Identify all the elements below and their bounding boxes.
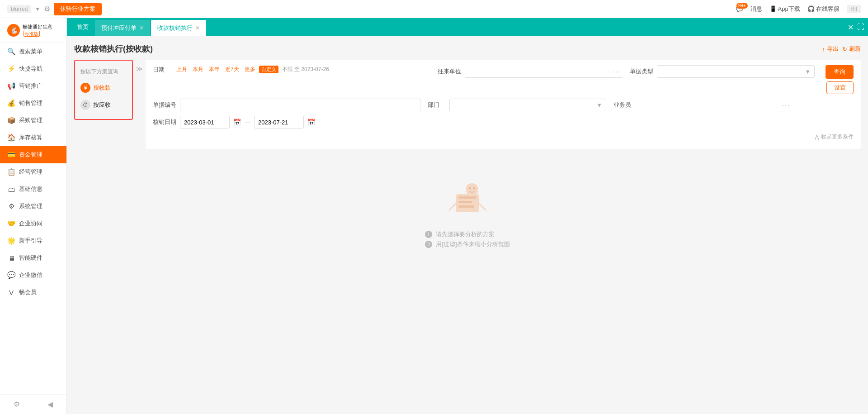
user-avatar[interactable]: Rit [847, 5, 861, 13]
counterparty-input[interactable]: ··· [465, 65, 623, 78]
tab-home[interactable]: 首页 [71, 18, 95, 36]
header-logo-text: blurred [7, 5, 31, 13]
sidebar-item-guide[interactable]: 🌟 新手引导 [0, 232, 66, 249]
tip-num-2: 2 [425, 241, 432, 248]
bill-type-chevron: ▼ [805, 68, 811, 75]
filter-item-by-receivable[interactable]: ⏱ 按应收 [75, 96, 132, 114]
salesperson-input[interactable]: ··· [635, 99, 792, 111]
sidebar-item-wechat[interactable]: 💬 企业微信 [0, 266, 66, 284]
verify-date-field: 核销日期 2023-03-01 📅 — 2023-07-21 📅 [153, 116, 315, 128]
sidebar-item-enterprise[interactable]: 🤝 企业协同 [0, 215, 66, 232]
wechat-icon: 💬 [7, 271, 15, 279]
messages-badge: 99+ [736, 3, 748, 9]
shortcut-more[interactable]: 更多 [243, 65, 257, 74]
guide-icon: 🌟 [7, 237, 15, 245]
filter-row-3: 核销日期 2023-03-01 📅 — 2023-07-21 📅 [153, 116, 854, 128]
collapse-sidebar-icon[interactable]: ◀ [44, 398, 57, 410]
date-separator: — [245, 119, 250, 126]
tab-close-payment[interactable]: ✕ [195, 25, 200, 31]
bill-no-field: 单据编号 [153, 99, 420, 111]
tab-payment-verify[interactable]: 收款核销执行 ✕ [151, 20, 206, 36]
header-gear-icon[interactable]: ⚙ [44, 5, 50, 13]
finance-icon: 💳 [7, 151, 15, 159]
empty-state: 1 请先选择要分析的方案 2 用[过滤]条件来缩小分析范围 [74, 149, 861, 277]
sidebar-item-quick-nav[interactable]: ⚡ 快捷导航 [0, 60, 66, 77]
shortcut-this-year[interactable]: 本年 [207, 65, 222, 74]
dept-field: 部门 ▼ [428, 99, 606, 111]
tab-prepay[interactable]: 预付冲应付单 ✕ [95, 20, 150, 36]
refresh-button[interactable]: ↻ 刷新 [842, 45, 861, 53]
tab-bar: 首页 预付冲应付单 ✕ 收款核销执行 ✕ ✕ ⛶ [67, 18, 868, 36]
date-range-text: 不限 至 2023-07-26 [282, 66, 329, 73]
date-field: 日期 上月 本月 本年 近7天 更多 自定义 不限 至 2023-07-26 [153, 65, 430, 74]
enterprise-icon: 🤝 [7, 219, 15, 228]
sidebar-item-inventory[interactable]: 🏠 库存核算 [0, 129, 66, 146]
filter-sidebar-title: 按以下方案查询 [75, 66, 132, 79]
sidebar-item-operations[interactable]: 📋 经营管理 [0, 163, 66, 181]
verify-date-end[interactable]: 2023-07-21 [254, 116, 304, 128]
sidebar-item-marketing[interactable]: 📢 营销推广 [0, 77, 66, 95]
sidebar-item-member[interactable]: V 畅会员 [0, 284, 66, 301]
settings-bottom-icon[interactable]: ⚙ [10, 398, 24, 410]
svg-rect-3 [458, 205, 474, 208]
counterparty-dots[interactable]: ··· [613, 68, 621, 75]
dept-select[interactable]: ▼ [449, 99, 606, 111]
edition-tag: 标准版 [24, 31, 40, 37]
date-shortcuts: 上月 本月 本年 近7天 更多 自定义 [175, 65, 278, 74]
sidebar-logo: 🐇 畅捷通好生意 标准版 [0, 18, 66, 43]
top-header-right: 💬 99+ 消息 📱 App下载 🎧 在线客服 Rit [736, 5, 861, 13]
shortcut-this-month[interactable]: 本月 [191, 65, 205, 74]
online-service-link[interactable]: 🎧 在线客服 [807, 5, 840, 13]
filter-item-by-payment[interactable]: ¥ 按收款 [75, 79, 132, 96]
sidebar: 🐇 畅捷通好生意 标准版 🔍 搜索菜单 ⚡ 快捷导航 📢 营销推广 💰 销售管理… [0, 18, 67, 414]
calendar-start-icon[interactable]: 📅 [233, 119, 241, 126]
messages-icon[interactable]: 💬 99+ [736, 5, 743, 12]
sidebar-item-hardware[interactable]: 🖥 智能硬件 [0, 249, 66, 266]
svg-point-6 [473, 187, 475, 189]
date-label: 日期 [153, 66, 171, 74]
tab-close-prepay[interactable]: ✕ [139, 25, 144, 31]
sidebar-item-search[interactable]: 🔍 搜索菜单 [0, 43, 66, 60]
quick-nav-icon: ⚡ [7, 65, 15, 73]
filter-form: 日期 上月 本月 本年 近7天 更多 自定义 不限 至 2023-07-26 [146, 60, 861, 149]
basic-info-icon: 🗃 [7, 186, 15, 193]
inventory-icon: 🏠 [7, 133, 15, 142]
sidebar-item-sales[interactable]: 💰 销售管理 [0, 95, 66, 112]
app-download-link[interactable]: 📱 App下载 [769, 5, 800, 13]
search-menu-icon: 🔍 [7, 48, 15, 56]
close-window-icon[interactable]: ✕ [848, 23, 854, 32]
maximize-window-icon[interactable]: ⛶ [857, 23, 864, 31]
filter-collapse-button[interactable]: ≫ [135, 60, 144, 72]
svg-point-4 [466, 183, 478, 196]
collapse-more-button[interactable]: ⋀ 收起更多条件 [153, 130, 854, 143]
shortcut-last-month[interactable]: 上月 [175, 65, 189, 74]
sidebar-item-purchase[interactable]: 📦 采购管理 [0, 112, 66, 129]
sidebar-item-basic-info[interactable]: 🗃 基础信息 [0, 181, 66, 198]
filter-sidebar: 按以下方案查询 ¥ 按收款 ⏱ 按应收 [74, 60, 133, 120]
filter-row-1: 日期 上月 本月 本年 近7天 更多 自定义 不限 至 2023-07-26 [153, 65, 854, 94]
verify-date-start[interactable]: 2023-03-01 [180, 116, 230, 128]
bill-type-label: 单据类型 [630, 67, 653, 76]
sidebar-item-finance[interactable]: 💳 资金管理 [0, 146, 66, 163]
sidebar-item-system[interactable]: ⚙ 系统管理 [0, 198, 66, 215]
header-chevron-icon[interactable]: ▼ [35, 6, 40, 12]
page-title: 收款核销执行(按收款) [74, 43, 153, 54]
receivable-filter-icon: ⏱ [80, 100, 90, 110]
calendar-end-icon[interactable]: 📅 [307, 119, 315, 126]
app-logo-text: 畅捷通好生意 [23, 24, 52, 30]
industry-button[interactable]: 休验行业方案 [54, 3, 102, 15]
bill-no-input[interactable] [180, 99, 420, 111]
settings-button[interactable]: 设置 [826, 81, 854, 94]
date-custom-badge[interactable]: 自定义 [259, 66, 278, 73]
salesperson-dots[interactable]: ··· [782, 101, 790, 109]
main-layout: 🐇 畅捷通好生意 标准版 🔍 搜索菜单 ⚡ 快捷导航 📢 营销推广 💰 销售管理… [0, 18, 868, 414]
salesperson-field: 业务员 ··· [613, 99, 792, 111]
content-area: 首页 预付冲应付单 ✕ 收款核销执行 ✕ ✕ ⛶ 收款核销执行(按收款) [67, 18, 868, 414]
bill-type-select[interactable]: ▼ [657, 65, 815, 78]
filter-area: 按以下方案查询 ¥ 按收款 ⏱ 按应收 ≫ [74, 60, 861, 149]
query-button[interactable]: 查询 [826, 65, 854, 79]
tip-num-1: 1 [425, 231, 432, 238]
operations-icon: 📋 [7, 168, 15, 176]
shortcut-7days[interactable]: 近7天 [223, 65, 241, 74]
export-button[interactable]: ↑ 导出 [822, 45, 839, 53]
